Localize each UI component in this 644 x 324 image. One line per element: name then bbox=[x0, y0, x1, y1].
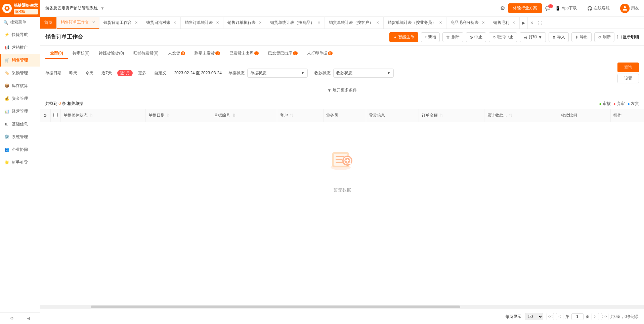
tab-close-icon8[interactable]: ✕ bbox=[439, 21, 442, 25]
app-download-item[interactable]: 📱 App下载 bbox=[555, 5, 577, 11]
sub-tab-shipped-not-out[interactable]: 已发货未出库0 bbox=[225, 48, 264, 59]
page-input[interactable] bbox=[571, 313, 584, 320]
sub-tab-not-shipped[interactable]: 未发货0 bbox=[163, 48, 190, 59]
sidebar-item-sales[interactable]: 🛒 销售管理 bbox=[0, 54, 40, 67]
query-btn[interactable]: 查询 bbox=[617, 63, 639, 72]
sort-customer-icon[interactable]: ⇅ bbox=[290, 113, 293, 118]
sub-tab-overdue[interactable]: 到期未发货0 bbox=[190, 48, 225, 59]
sort-date-icon[interactable]: ⇅ bbox=[167, 113, 170, 118]
page-next-btn[interactable]: > bbox=[592, 313, 599, 320]
user-item[interactable]: 用友 bbox=[620, 4, 639, 13]
sidebar-item-inventory[interactable]: 📦 库存核算 bbox=[0, 79, 40, 92]
sidebar-item-finance[interactable]: 💰 资金管理 bbox=[0, 92, 40, 105]
header-dropdown-icon[interactable]: ▼ bbox=[100, 6, 104, 11]
horizontal-scrollbar[interactable] bbox=[40, 305, 644, 309]
sidebar-item-enterprise[interactable]: 👥 企业协同 bbox=[0, 143, 40, 156]
tab-sales-exec[interactable]: 销售订单执行表 ✕ bbox=[223, 17, 266, 29]
collapse-icon[interactable]: ◀ bbox=[27, 316, 30, 321]
tab-close-icon3[interactable]: ✕ bbox=[173, 21, 176, 25]
sidebar-item-search[interactable]: 🔍 搜索菜单 bbox=[0, 17, 40, 28]
scrollbar-thumb[interactable] bbox=[91, 306, 460, 308]
settings-filter-btn[interactable]: 设置 bbox=[617, 74, 639, 83]
sidebar-item-operation[interactable]: 📊 经营管理 bbox=[0, 105, 40, 118]
th-setting[interactable]: ⚙ bbox=[40, 109, 50, 122]
tab-close-icon7[interactable]: ✕ bbox=[376, 21, 379, 25]
page-prev-btn[interactable]: < bbox=[556, 313, 563, 320]
message-icon-item[interactable]: 💬 6 bbox=[545, 6, 550, 11]
sidebar-item-marketing[interactable]: 📢 营销推广 bbox=[0, 41, 40, 54]
tab-close-icon2[interactable]: ✕ bbox=[135, 21, 138, 25]
date-btn-today[interactable]: 今天 bbox=[83, 70, 96, 77]
export-btn[interactable]: ⬇ 导出 bbox=[571, 32, 592, 42]
tab-scroll-right[interactable]: ▶ bbox=[520, 17, 528, 29]
sub-tab-shipped-out[interactable]: 已发货已出库0 bbox=[263, 48, 302, 59]
th-check[interactable] bbox=[50, 109, 60, 122]
date-btn-7days[interactable]: 近7天 bbox=[99, 70, 115, 77]
sort-collected-icon[interactable]: ⇅ bbox=[509, 113, 512, 118]
solution-btn[interactable]: 体验行业方案 bbox=[508, 3, 542, 13]
operation-icon: 📊 bbox=[4, 108, 10, 114]
page-size-select[interactable]: 10 20 50 100 bbox=[525, 313, 543, 320]
sort-status-icon[interactable]: ⇅ bbox=[90, 113, 93, 118]
tab-close-icon10[interactable]: ✕ bbox=[512, 21, 515, 25]
tab-close-icon[interactable]: ✕ bbox=[92, 20, 95, 25]
tab-home[interactable]: 首页 bbox=[40, 17, 57, 29]
settings-icon[interactable]: ⚙ bbox=[500, 5, 505, 11]
results-related: 相关单据 bbox=[67, 101, 83, 106]
tab-sales-profit[interactable]: 销售毛利 ✕ bbox=[489, 17, 520, 29]
sort-number-icon[interactable]: ⇅ bbox=[232, 113, 236, 118]
import-btn[interactable]: ⬆ 导入 bbox=[549, 32, 569, 42]
delete-btn[interactable]: 🗑 删除 bbox=[442, 32, 463, 42]
sub-tab-shipped-not-out-badge: 0 bbox=[254, 51, 259, 55]
guide-icon: 🌟 bbox=[4, 159, 10, 165]
sub-tab-wangpu[interactable]: 旺铺待发货(0) bbox=[129, 48, 163, 59]
sidebar-item-guide[interactable]: 🌟 新手引导 bbox=[0, 156, 40, 169]
tab-cash-account[interactable]: 钱货日清对账 ✕ bbox=[142, 17, 181, 29]
cancel-stop-btn[interactable]: ↺ 取消中止 bbox=[489, 32, 517, 42]
show-detail-checkbox-wrap[interactable]: 显示明细 bbox=[617, 34, 639, 40]
tab-close-icon6[interactable]: ✕ bbox=[317, 21, 320, 25]
abandon-action-btn[interactable]: ● 弃审 bbox=[613, 101, 625, 107]
smart-create-btn[interactable]: ✦ 智能生单 bbox=[389, 32, 418, 42]
tab-sales-workbench[interactable]: 销售订单工作台 ✕ bbox=[57, 17, 99, 29]
date-btn-yesterday[interactable]: 昨天 bbox=[67, 70, 80, 77]
refresh-btn[interactable]: ↻ 刷新 bbox=[594, 32, 614, 42]
sub-tab-not-printed[interactable]: 未打印单据0 bbox=[302, 48, 337, 59]
add-btn[interactable]: + 新增 bbox=[421, 32, 440, 42]
tab-sales-customer[interactable]: 销货单统计表（按客户） ✕ bbox=[325, 17, 384, 29]
tab-close-icon4[interactable]: ✕ bbox=[216, 21, 219, 25]
print-btn[interactable]: 🖨 打印 ▼ bbox=[520, 32, 546, 42]
settings-gear-icon[interactable]: ⚙ bbox=[10, 316, 14, 321]
date-btn-more[interactable]: 更多 bbox=[135, 70, 149, 77]
sidebar-item-purchase[interactable]: 🏷️ 采购管理 bbox=[0, 67, 40, 79]
page-last-btn[interactable]: >> bbox=[601, 313, 608, 320]
tab-sales-stats[interactable]: 销售订单统计表 ✕ bbox=[181, 17, 223, 29]
sub-tab-all[interactable]: 全部(0) bbox=[45, 48, 68, 59]
page-first-btn[interactable]: << bbox=[547, 313, 554, 320]
stop-btn[interactable]: ⊘ 中止 bbox=[466, 32, 486, 42]
show-detail-checkbox[interactable] bbox=[617, 35, 621, 39]
review-action-btn[interactable]: ● 审核 bbox=[599, 101, 610, 107]
select-all-checkbox[interactable] bbox=[53, 113, 58, 117]
sidebar-item-basic[interactable]: ⊞ 基础信息 bbox=[0, 118, 40, 130]
tab-sales-staff[interactable]: 销货单统计表（按业务员） ✕ bbox=[384, 17, 446, 29]
sidebar-item-system[interactable]: ⚙️ 系统管理 bbox=[0, 130, 40, 143]
sidebar-item-quick[interactable]: ⚡ 快捷导航 bbox=[0, 28, 40, 41]
tab-close-icon9[interactable]: ✕ bbox=[482, 21, 485, 25]
date-btn-1month[interactable]: 近1月 bbox=[117, 70, 133, 76]
expand-conditions-btn[interactable]: ▼ 展开更多条件 bbox=[324, 86, 360, 94]
sub-tab-pending-inspect[interactable]: 待拣货验货(0) bbox=[94, 48, 129, 59]
tab-gross-margin[interactable]: 商品毛利分析表 ✕ bbox=[446, 17, 489, 29]
date-btn-custom[interactable]: 自定义 bbox=[152, 70, 169, 77]
tab-maximize[interactable]: ⛶ bbox=[536, 17, 544, 29]
tab-sales-product[interactable]: 销货单统计表（按商品） ✕ bbox=[266, 17, 325, 29]
sort-amount-icon[interactable]: ⇅ bbox=[440, 113, 443, 118]
tab-close-all[interactable]: ✕ bbox=[528, 17, 536, 29]
sub-tab-pending-review[interactable]: 待审核(0) bbox=[68, 48, 94, 59]
tab-cash-daily[interactable]: 钱货日清工作台 ✕ bbox=[99, 17, 142, 29]
tab-close-icon5[interactable]: ✕ bbox=[259, 21, 262, 25]
payment-filter-select[interactable]: 收款状态 ▼ bbox=[333, 69, 394, 78]
status-filter-select[interactable]: 单据状态 ▼ bbox=[247, 69, 308, 78]
online-service-item[interactable]: 🎧 在线客服 bbox=[587, 5, 610, 11]
ship-action-btn[interactable]: ● 发货 bbox=[628, 101, 639, 107]
